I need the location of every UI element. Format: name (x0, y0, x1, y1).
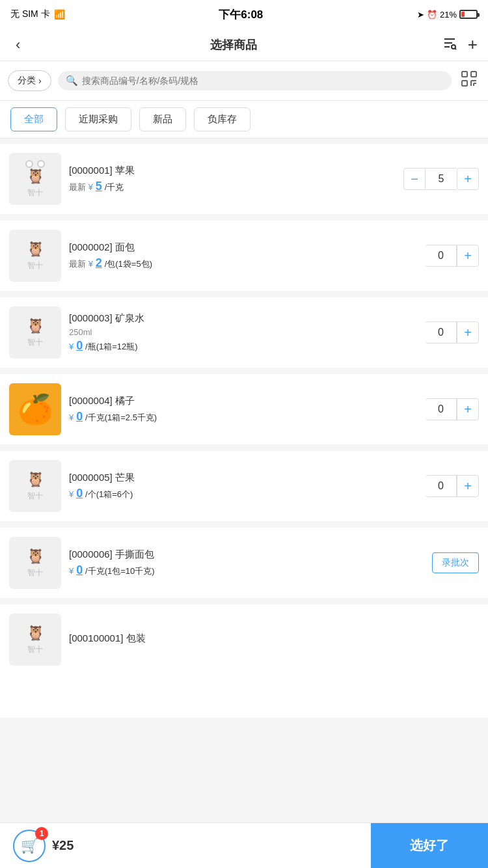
placeholder-logo: 🦉 智十 (27, 471, 44, 502)
placeholder-logo: 🦉 智十 (25, 160, 45, 198)
tabs-bar: 全部 近期采购 新品 负库存 (0, 101, 488, 139)
svg-rect-5 (462, 72, 467, 77)
qty-control-0000004: + (426, 398, 479, 420)
product-image-0000005: 🦉 智十 (9, 460, 61, 512)
product-name: [000100001] 包装 (69, 632, 479, 645)
cart-badge: 1 (35, 827, 48, 840)
battery-text: 21% (440, 10, 457, 20)
bottom-bar: 🛒 1 ¥25 选好了 (0, 822, 488, 868)
qty-plus-button[interactable]: + (457, 321, 479, 344)
cart-icon: 🛒 (21, 837, 38, 854)
category-chevron: › (38, 75, 42, 86)
carrier-text: 无 SIM 卡 (10, 8, 50, 20)
price-value: 2 (96, 256, 102, 269)
cart-icon-button[interactable]: 🛒 1 (13, 830, 46, 862)
price-symbol: ¥ (69, 342, 74, 351)
price-symbol: ¥ (69, 413, 74, 422)
price-value: 5 (96, 180, 102, 193)
product-price: ¥ 0 /千克(1包=10千克) (69, 563, 424, 577)
product-info-000100001: [000100001] 包装 (69, 632, 479, 647)
cart-section: 🛒 1 ¥25 (0, 830, 371, 862)
status-time: 下午6:08 (219, 7, 263, 22)
add-icon[interactable]: + (468, 34, 478, 55)
product-list: 🦉 智十 [0000001] 苹果 最新 ¥ 5 /千克 − + 🦉 智十 (0, 144, 488, 718)
product-name: [0000004] 橘子 (69, 395, 418, 407)
qty-control-0000001: − + (403, 168, 479, 190)
qty-control-0000005: + (426, 475, 479, 497)
product-info-0000001: [0000001] 苹果 最新 ¥ 5 /千克 (69, 165, 396, 193)
price-unit: /千克(1箱=2.5千克) (85, 413, 157, 422)
price-value: 0 (76, 563, 83, 576)
product-image-000100001: 🦉 智十 (9, 614, 61, 666)
scan-icon[interactable] (458, 68, 480, 94)
product-price: 最新 ¥ 5 /千克 (69, 180, 396, 193)
wifi-icon: 📶 (54, 9, 65, 20)
cart-total: ¥25 (52, 838, 74, 853)
search-icon: 🔍 (66, 75, 78, 87)
product-image-0000002: 🦉 智十 (9, 230, 61, 282)
price-unit: /瓶(1箱=12瓶) (85, 342, 138, 351)
search-bar: 🔍 (58, 71, 452, 90)
qty-plus-button[interactable]: + (457, 398, 479, 420)
filter-icon[interactable] (442, 35, 457, 55)
product-image-0000003: 🦉 智十 (9, 306, 61, 359)
qty-plus-button[interactable]: + (457, 475, 479, 497)
tab-all[interactable]: 全部 (10, 107, 57, 131)
placeholder-logo: 🦉 智十 (27, 548, 44, 578)
qty-input[interactable] (426, 321, 457, 344)
list-item: 🦉 智十 [0000006] 手撕面包 ¥ 0 /千克(1包=10千克) 录批次 (0, 528, 488, 598)
product-name: [0000006] 手撕面包 (69, 549, 424, 561)
product-price: ¥ 0 /个(1箱=6个) (69, 487, 418, 500)
qty-input[interactable] (426, 245, 457, 267)
qty-minus-button[interactable]: − (403, 168, 426, 190)
list-item: 🦉 智十 [0000005] 芒果 ¥ 0 /个(1箱=6个) + (0, 451, 488, 521)
list-item: 🦉 智十 [000100001] 包装 (0, 604, 488, 718)
product-info-0000006: [0000006] 手撕面包 ¥ 0 /千克(1包=10千克) (69, 549, 424, 577)
qty-control-0000003: + (426, 321, 479, 344)
product-info-0000003: [0000003] 矿泉水 250ml ¥ 0 /瓶(1箱=12瓶) (69, 312, 418, 353)
product-info-0000002: [0000002] 面包 最新 ¥ 2 /包(1袋=5包) (69, 241, 418, 270)
product-image-0000004: 🍊 (9, 383, 61, 435)
price-unit: /个(1箱=6个) (85, 489, 133, 499)
qty-input[interactable] (426, 475, 457, 497)
status-left: 无 SIM 卡 📶 (10, 8, 65, 20)
tab-new[interactable]: 新品 (139, 107, 186, 131)
qty-plus-button[interactable]: + (457, 245, 479, 267)
list-item: 🦉 智十 [0000002] 面包 最新 ¥ 2 /包(1袋=5包) + (0, 221, 488, 291)
product-info-0000005: [0000005] 芒果 ¥ 0 /个(1箱=6个) (69, 472, 418, 500)
page-title: 选择商品 (210, 37, 257, 53)
confirm-button[interactable]: 选好了 (371, 823, 488, 869)
category-button[interactable]: 分类 › (8, 70, 51, 91)
status-right: ➤ ⏰ 21% (417, 10, 478, 20)
search-input[interactable] (82, 75, 444, 86)
qty-control-0000002: + (426, 245, 479, 267)
price-unit: /包(1袋=5包) (105, 259, 152, 269)
product-price: ¥ 0 /千克(1箱=2.5千克) (69, 410, 418, 424)
price-value: 0 (76, 339, 83, 352)
svg-rect-7 (462, 81, 467, 86)
price-prefix: 最新 (69, 259, 88, 269)
batch-button[interactable]: 录批次 (432, 552, 479, 573)
qty-plus-button[interactable]: + (457, 168, 479, 190)
list-item: 🦉 智十 [0000003] 矿泉水 250ml ¥ 0 /瓶(1箱=12瓶) … (0, 297, 488, 368)
placeholder-logo: 🦉 智十 (27, 241, 44, 271)
tab-negative[interactable]: 负库存 (194, 107, 251, 131)
tab-recent[interactable]: 近期采购 (65, 107, 131, 131)
price-unit: /千克 (105, 182, 124, 192)
nav-bar: ‹ 选择商品 + (0, 29, 488, 61)
product-name: [0000002] 面包 (69, 241, 418, 254)
price-symbol: ¥ (88, 259, 93, 269)
qty-input[interactable] (426, 168, 457, 190)
product-image-0000001: 🦉 智十 (9, 153, 61, 205)
svg-line-4 (455, 48, 456, 49)
product-price: ¥ 0 /瓶(1箱=12瓶) (69, 339, 418, 353)
back-button[interactable]: ‹ (10, 31, 25, 59)
price-value: 0 (76, 410, 83, 423)
alarm-icon: ⏰ (427, 10, 437, 20)
category-label: 分类 (18, 75, 36, 87)
product-name: [0000003] 矿泉水 (69, 312, 418, 325)
filter-bar: 分类 › 🔍 (0, 61, 488, 101)
placeholder-logo: 🦉 智十 (27, 625, 44, 655)
battery-icon (459, 10, 478, 19)
qty-input[interactable] (426, 398, 457, 420)
